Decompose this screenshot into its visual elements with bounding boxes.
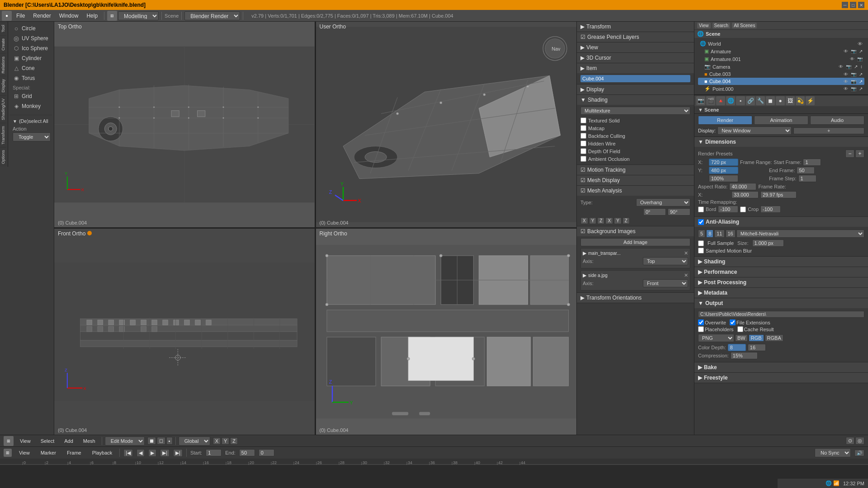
bg-image-1-axis-dropdown[interactable]: Top [643, 257, 688, 265]
cube003-sel-icon[interactable]: ↗ [859, 72, 863, 77]
full-sample-checkbox[interactable] [698, 240, 704, 246]
point000-sel-icon[interactable]: ↗ [859, 86, 863, 91]
timeline-editor-icon[interactable]: ⊞ [4, 449, 12, 457]
output-path-input[interactable] [698, 311, 864, 318]
cam-eye-icon[interactable]: 👁 [839, 64, 843, 69]
sync-dropdown[interactable]: No Sync [815, 448, 851, 457]
view-btn[interactable]: View [697, 23, 711, 28]
performance-header[interactable]: ▶ Performance [694, 267, 868, 277]
solid-shade-btn[interactable]: ◼ [147, 437, 156, 445]
camera-props-icon[interactable]: 📷 [696, 96, 705, 105]
ny-axis-btn[interactable]: Y [614, 217, 622, 224]
motion-tracking-checkbox[interactable]: ☑ [580, 167, 585, 173]
data-props-icon[interactable]: ◼ [766, 96, 775, 105]
aspect-y-input[interactable] [731, 191, 759, 198]
grease-pencil-checkbox[interactable]: ☑ [580, 34, 585, 40]
render-props-icon[interactable]: 🎬 [706, 96, 715, 105]
arm-render-icon[interactable]: 📷 [851, 49, 856, 54]
color-depth-max-input[interactable] [748, 344, 766, 351]
point000-item[interactable]: ⚡ Point.000 👁 📷 ↗ [698, 85, 864, 93]
matcap-checkbox[interactable] [580, 125, 586, 131]
cam-render-icon[interactable]: 📷 [846, 64, 851, 69]
vert-tab-display[interactable]: Display [0, 76, 6, 95]
world-eye-icon[interactable]: 👁 [858, 41, 863, 47]
layout-icon[interactable]: ⊞ [107, 11, 117, 21]
bake-header[interactable]: ▶ Bake [694, 362, 868, 372]
aa-8-btn[interactable]: 8 [706, 230, 713, 238]
action-dropdown[interactable]: Toggle [13, 132, 51, 141]
mesh-circle-item[interactable]: ○ Circle [10, 23, 52, 33]
item-name-input[interactable] [580, 75, 690, 82]
item-header[interactable]: ▶ Item [577, 63, 694, 73]
cube003-eye-icon[interactable]: 👁 [844, 72, 848, 77]
shading-header[interactable]: ▼ Shading [577, 95, 694, 105]
mode-dropdown[interactable]: Edit Mode [105, 436, 145, 446]
view-header[interactable]: ▶ View [577, 42, 694, 52]
toolbar-select-btn[interactable]: Select [37, 437, 58, 445]
timeline-frame-btn[interactable]: Frame [63, 449, 85, 456]
border-val-input[interactable] [718, 206, 738, 213]
arm001-render-icon[interactable]: 📷 [857, 56, 863, 61]
mesh-icosphere-item[interactable]: ⬡ Ico Sphere [10, 43, 52, 53]
toolbar-add-btn[interactable]: Add [61, 437, 77, 445]
size-input[interactable] [752, 239, 784, 247]
rgb-btn[interactable]: RGB [749, 334, 764, 342]
audio-mute-btn[interactable]: 🔊 [854, 450, 864, 456]
minimize-button[interactable]: ─ [842, 2, 848, 8]
display-header[interactable]: ▶ Display [577, 84, 694, 94]
depth-of-field-checkbox[interactable] [580, 148, 586, 154]
render-button[interactable]: Render [698, 116, 752, 125]
audio-button[interactable]: Audio [810, 116, 864, 125]
post-processing-header[interactable]: ▶ Post Processing [694, 277, 868, 287]
menu-render[interactable]: Render [29, 12, 54, 20]
aa-5-btn[interactable]: 5 [698, 230, 705, 238]
cube004-item[interactable]: ■ Cube.004 👁 📷 ↗ [698, 78, 864, 85]
end-frame-input[interactable] [797, 167, 815, 174]
physics-props-icon[interactable]: ⚡ [806, 96, 815, 105]
workspace-dropdown[interactable]: Modelling [118, 11, 159, 20]
start-frame-input[interactable] [803, 159, 821, 166]
start-input[interactable] [206, 449, 222, 456]
cube003-render-icon[interactable]: 📷 [851, 72, 856, 77]
timeline-marker-btn[interactable]: Marker [37, 449, 60, 456]
textured-solid-checkbox[interactable] [580, 117, 586, 123]
resolution-y-input[interactable] [709, 167, 738, 174]
mesh-cylinder-item[interactable]: ▣ Cylinder [10, 53, 52, 63]
y-axis-btn[interactable]: Y [589, 217, 597, 224]
mesh-uvsphere-item[interactable]: ◎ UV Sphere [10, 33, 52, 43]
background-images-header[interactable]: ☑ Background Images [577, 226, 694, 236]
sampled-motion-blur-checkbox[interactable] [698, 248, 704, 253]
cube003-item[interactable]: ■ Cube.003 👁 📷 ↗ [698, 70, 864, 78]
jump-start-btn[interactable]: |◀ [123, 449, 133, 457]
cursor-header[interactable]: ▶ 3D Cursor [577, 53, 694, 63]
anti-aliasing-header[interactable]: Anti-Aliasing [694, 217, 868, 227]
pivot-dropdown[interactable]: Global [179, 436, 210, 446]
display-expand-btn[interactable]: + [793, 127, 864, 134]
viewport-front-ortho[interactable]: Front Ortho [54, 229, 315, 435]
background-images-checkbox[interactable]: ☑ [580, 228, 585, 235]
end-input[interactable] [239, 449, 255, 456]
toolbar-view-btn[interactable]: View [16, 437, 34, 445]
point000-render-icon[interactable]: 📷 [851, 86, 856, 91]
bw-btn[interactable]: BW [735, 334, 748, 342]
deselect-all-item[interactable]: ▼ (De)select All [10, 117, 52, 125]
cam-sel-icon[interactable]: ↗ [854, 64, 858, 69]
mesh-display-checkbox[interactable]: ☑ [580, 177, 585, 183]
vert-tab-relations[interactable]: Relations [0, 53, 6, 76]
timeline-playback-btn[interactable]: Playback [89, 449, 116, 456]
cache-result-checkbox[interactable] [737, 326, 743, 332]
particles-props-icon[interactable]: 💫 [796, 96, 805, 105]
aa-16-btn[interactable]: 16 [726, 230, 736, 238]
armature001-item[interactable]: ▣ Armature.001 👁 📷 [698, 55, 864, 63]
resolution-x-input[interactable] [709, 159, 738, 166]
file-extensions-checkbox[interactable] [730, 319, 736, 325]
transform-orientations-header[interactable]: ▶ Transform Orientations [577, 293, 694, 303]
wire-shade-btn[interactable]: ◻ [157, 437, 165, 445]
timeline-track[interactable]: 0 2 4 6 8 10 12 14 16 18 20 22 24 26 28 … [0, 459, 868, 488]
bg-image-2-close[interactable]: ✕ [684, 272, 688, 278]
grease-pencil-header[interactable]: ☑ Grease Pencil Layers [577, 32, 694, 42]
arm-eye-icon[interactable]: 👁 [844, 49, 848, 54]
crop-checkbox[interactable] [740, 206, 746, 212]
mesh-analysis-type-dropdown[interactable]: Overhang [636, 198, 690, 206]
point000-eye-icon[interactable]: 👁 [844, 86, 848, 91]
